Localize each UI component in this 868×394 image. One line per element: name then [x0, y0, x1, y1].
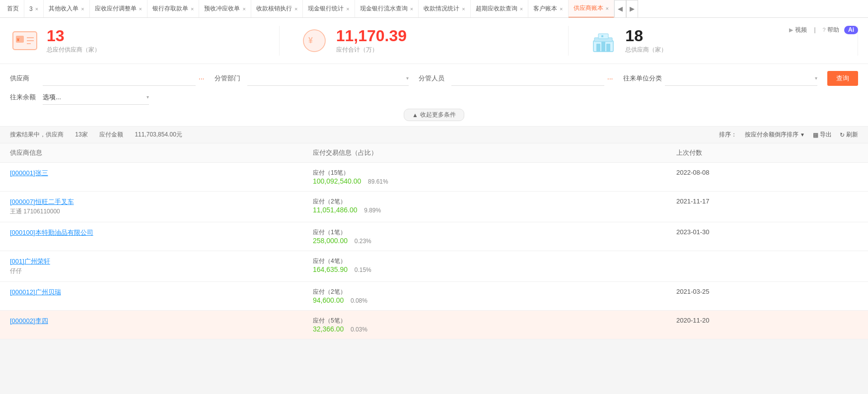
supplier-filter-label: 供应商: [10, 74, 40, 83]
transaction-cell: 应付（5笔） 32,366.00 0.03%: [313, 317, 676, 333]
supplier-input[interactable]: [43, 71, 196, 86]
transaction-cell: 应付（15笔） 100,092,540.00 89.61%: [313, 169, 676, 185]
supplier-link[interactable]: [000012]广州贝瑞: [10, 288, 61, 296]
chevron-down-icon: ▾: [146, 94, 149, 100]
filter-row-1: 供应商 ··· 分管部门 ▾ 分管人员 ··· 往来单位分类: [10, 71, 858, 86]
category-filter-label: 往来单位分类: [623, 74, 662, 83]
lastpay-cell: 2020-11-20: [676, 317, 858, 324]
close-icon[interactable]: ×: [410, 6, 413, 12]
nav-tab-ar-ap-adjust[interactable]: 应收应付调整单 ×: [90, 0, 147, 18]
close-icon[interactable]: ×: [294, 6, 297, 12]
transaction-cell: 应付（2笔） 94,600.00 0.08%: [313, 288, 676, 304]
col-header-transaction: 应付交易信息（占比）: [313, 148, 676, 157]
close-icon[interactable]: ×: [346, 6, 349, 12]
txn-label: 应付（5笔）: [313, 317, 676, 325]
txn-amount[interactable]: 32,366.00: [313, 325, 344, 333]
nav-next-arrow[interactable]: ▶: [626, 0, 638, 18]
filter-area: 供应商 ··· 分管部门 ▾ 分管人员 ··· 往来单位分类: [0, 64, 868, 127]
video-link[interactable]: ▶ 视频: [789, 26, 806, 34]
nav-tab-receipt-verify[interactable]: 收款核销执行 ×: [251, 0, 303, 18]
filter-row-2: 往来余额 选项... ▾: [10, 90, 858, 105]
txn-amount[interactable]: 11,051,486.00: [313, 206, 358, 214]
close-icon[interactable]: ×: [191, 6, 194, 12]
close-icon[interactable]: ×: [81, 6, 84, 12]
total-suppliers-count: 18: [625, 27, 667, 45]
balance-select[interactable]: 选项...: [43, 93, 146, 101]
export-button[interactable]: ▩ 导出: [813, 131, 832, 139]
sort-label: 排序：: [719, 131, 737, 139]
supplier-link[interactable]: [000100]本特勤油品有限公司: [10, 229, 93, 236]
lastpay-cell: 2021-03-25: [676, 288, 858, 295]
top-navigation: 首页 3 × 其他收入单 × 应收应付调整单 × 银行存取款单 × 预收冲应收单…: [0, 0, 868, 18]
result-bar: 搜索结果中，供应商 13家 应付金额 111,703,854.00元 排序： 按…: [0, 127, 868, 143]
supplier-sub: 王通 17106110000: [10, 207, 313, 216]
nav-tab-overdue-ar[interactable]: 超期应收款查询 ×: [471, 0, 528, 18]
close-icon[interactable]: ×: [520, 6, 523, 12]
txn-label: 应付（2笔）: [313, 197, 676, 206]
supplier-dots-icon[interactable]: ···: [199, 74, 205, 82]
col-header-lastpay: 上次付数: [676, 148, 858, 157]
stats-header: ¥ 13 总应付供应商（家） ¥ 11,170.39 应付合计（万）: [0, 18, 868, 64]
supplier-link[interactable]: [000002]李四: [10, 317, 48, 325]
nav-tab-customer-ledger[interactable]: 客户账本 ×: [528, 0, 568, 18]
filter-balance: 往来余额 选项... ▾: [10, 90, 149, 105]
collapse-button[interactable]: ▲ 收起更多条件: [404, 109, 464, 121]
help-link[interactable]: ? 帮助: [823, 26, 839, 34]
lastpay-cell: 2021-11-17: [676, 197, 858, 205]
svg-point-6: [303, 30, 325, 52]
supplier-link[interactable]: [000001]张三: [10, 169, 48, 177]
close-icon[interactable]: ×: [462, 6, 465, 12]
txn-amount[interactable]: 258,000.00: [313, 237, 348, 245]
close-icon[interactable]: ×: [606, 5, 609, 11]
txn-percent: 0.03%: [351, 326, 367, 333]
query-button[interactable]: 查询: [827, 71, 858, 86]
person-input[interactable]: [451, 71, 604, 86]
refresh-button[interactable]: ↻ 刷新: [840, 131, 858, 139]
nav-tab-prepay-offset[interactable]: 预收冲应收单 ×: [199, 0, 251, 18]
nav-tab-home[interactable]: 首页: [2, 0, 24, 18]
nav-tab-bank-deposit[interactable]: 银行存取款单 ×: [147, 0, 199, 18]
txn-amount[interactable]: 164,635.90: [313, 265, 348, 273]
lastpay-date: 2021-11-17: [676, 197, 710, 205]
supplier-cell: [000012]广州贝瑞: [10, 288, 313, 297]
txn-label: 应付（4笔）: [313, 257, 676, 265]
supplier-link[interactable]: [000007]恒旺二手叉车: [10, 198, 74, 205]
department-select[interactable]: [247, 74, 407, 82]
supplier-cell: [000100]本特勤油品有限公司: [10, 228, 313, 237]
sort-select[interactable]: 按应付余额倒序排序 ▼: [745, 131, 805, 139]
close-icon[interactable]: ×: [35, 6, 38, 12]
lastpay-cell: 2023-01-30: [676, 228, 858, 236]
nav-prev-arrow[interactable]: ◀: [614, 0, 626, 18]
table-row: [000012]广州贝瑞 应付（2笔） 94,600.00 0.08% 2021…: [0, 282, 868, 311]
nav-tab-supplier-ledger[interactable]: 供应商账本 ×: [569, 0, 614, 18]
supplier-link[interactable]: [001]广州荣轩: [10, 258, 50, 265]
balance-select-wrap[interactable]: 选项... ▾: [43, 90, 149, 105]
nav-tab-cash-stat[interactable]: 现金银行统计 ×: [303, 0, 355, 18]
stat-block-payable-suppliers: ¥ 13 总应付供应商（家）: [10, 26, 280, 56]
payable-total-label: 应付合计（万）: [336, 46, 407, 54]
txn-amount[interactable]: 100,092,540.00: [313, 177, 361, 185]
close-icon[interactable]: ×: [242, 6, 245, 12]
supplier-cell: [000001]张三: [10, 169, 313, 178]
nav-tab-cash-flow[interactable]: 现金银行流水查询 ×: [355, 0, 419, 18]
supplier-cell: [000007]恒旺二手叉车 王通 17106110000: [10, 197, 313, 216]
export-icon: ▩: [813, 131, 818, 138]
nav-tab-3[interactable]: 3 ×: [24, 0, 44, 18]
category-select-wrap[interactable]: ▾: [665, 71, 818, 86]
filter-supplier: 供应商 ···: [10, 71, 205, 86]
result-amount-prefix: 应付金额: [99, 131, 123, 138]
nav-tab-receipt-stat[interactable]: 收款情况统计 ×: [419, 0, 470, 18]
nav-tab-other-income[interactable]: 其他收入单 ×: [44, 0, 89, 18]
close-icon[interactable]: ×: [560, 6, 563, 12]
table-row: [000002]李四 应付（5笔） 32,366.00 0.03% 2020-1…: [0, 311, 868, 339]
result-info: 搜索结果中，供应商 13家 应付金额 111,703,854.00元: [10, 131, 192, 139]
sort-arrow-icon: ▼: [800, 132, 805, 137]
chevron-down-icon: ▾: [406, 75, 409, 81]
department-select-wrap[interactable]: ▾: [247, 71, 409, 86]
close-icon[interactable]: ×: [139, 6, 142, 12]
person-dots-icon[interactable]: ···: [607, 74, 613, 82]
payable-total-icon: ¥: [299, 26, 329, 56]
txn-amount[interactable]: 94,600.00: [313, 296, 344, 304]
ai-badge[interactable]: Ai: [844, 26, 858, 34]
category-select[interactable]: [665, 74, 815, 82]
